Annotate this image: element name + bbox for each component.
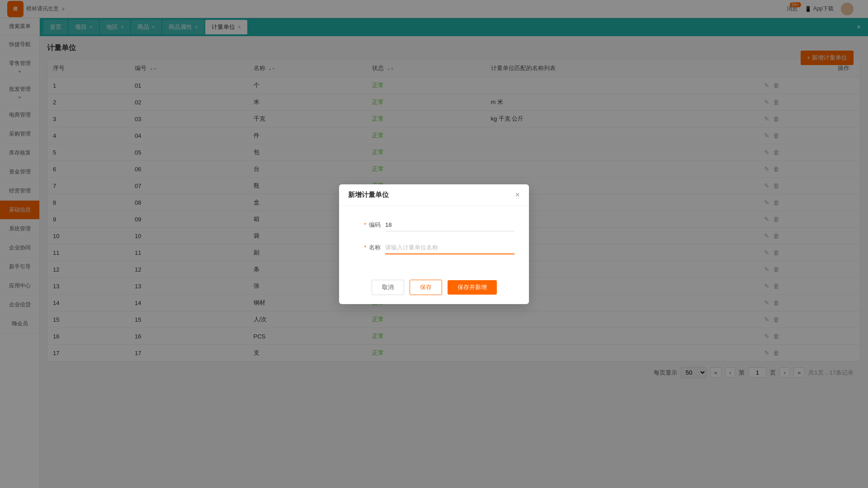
code-label: * 编码 — [354, 221, 381, 229]
name-form-row: * 名称 — [354, 241, 514, 254]
modal-body: * 编码 * 名称 — [339, 206, 529, 273]
cancel-button[interactable]: 取消 — [372, 280, 404, 295]
modal-header: 新增计量单位 × — [339, 184, 529, 206]
name-required-mark: * — [364, 244, 366, 251]
modal-overlay[interactable]: 新增计量单位 × * 编码 * 名称 取消 保存 保存并新增 — [0, 0, 868, 488]
save-button[interactable]: 保存 — [410, 280, 442, 295]
name-input[interactable] — [385, 241, 514, 254]
code-input[interactable] — [385, 219, 514, 231]
code-required-mark: * — [364, 221, 366, 228]
modal-footer: 取消 保存 保存并新增 — [339, 273, 529, 304]
add-unit-modal: 新增计量单位 × * 编码 * 名称 取消 保存 保存并新增 — [339, 184, 529, 304]
modal-close-icon[interactable]: × — [515, 191, 520, 199]
name-label: * 名称 — [354, 244, 381, 252]
save-and-new-button[interactable]: 保存并新增 — [448, 280, 497, 295]
modal-title: 新增计量单位 — [348, 191, 389, 199]
code-form-row: * 编码 — [354, 219, 514, 231]
